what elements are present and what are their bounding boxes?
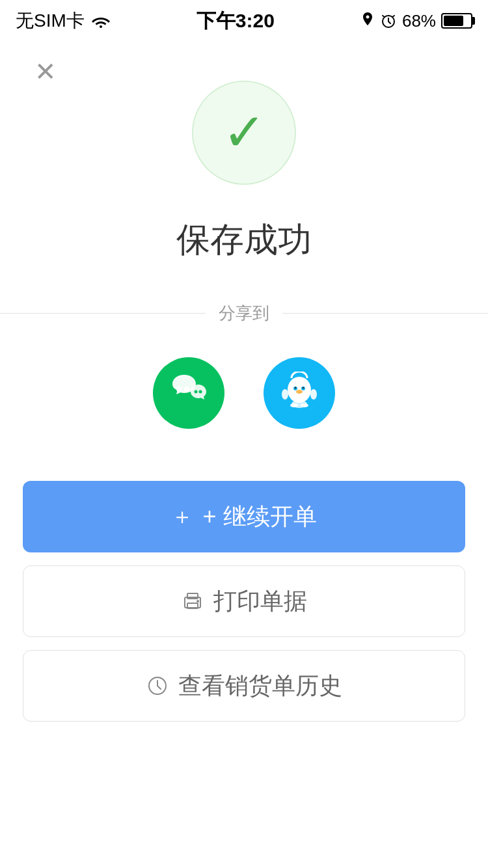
svg-point-11 [303,387,305,389]
history-button-label: 查看销货单历史 [178,670,342,702]
printer-icon [181,590,204,613]
qq-icon [280,372,319,414]
svg-point-12 [296,390,303,394]
svg-point-10 [295,387,297,389]
main-content: ✓ 保存成功 分享到 [0,42,488,722]
wifi-icon [91,14,111,28]
continue-button[interactable]: ＋ + 继续开单 [23,481,465,552]
status-bar-left: 无SIM卡 [16,8,111,33]
wechat-icon [167,375,210,411]
battery-icon [441,13,472,29]
svg-point-15 [290,403,298,407]
close-icon: ✕ [34,59,57,85]
action-buttons: ＋ + 继续开单 打印单据 查看销货单历史 [23,481,465,722]
qq-share-button[interactable] [264,357,335,429]
continue-button-label: + 继续开单 [202,501,316,533]
share-section: 分享到 [0,302,488,325]
status-bar-right: 68% [360,11,472,31]
status-bar: 无SIM卡 下午3:20 68% [0,0,488,42]
wechat-share-button[interactable] [153,357,224,429]
svg-point-14 [310,389,317,400]
plus-icon: ＋ [171,502,193,532]
status-bar-time: 下午3:20 [197,8,275,34]
success-title: 保存成功 [176,217,312,263]
history-button[interactable]: 查看销货单历史 [23,650,465,722]
share-label: 分享到 [206,302,282,325]
history-icon [146,674,169,698]
share-icons [153,357,335,429]
checkmark-icon: ✓ [223,107,266,159]
svg-point-16 [301,403,308,407]
alarm-icon [380,12,397,29]
svg-point-5 [199,390,202,394]
close-button[interactable]: ✕ [26,52,65,91]
print-button[interactable]: 打印单据 [23,565,465,637]
print-button-label: 打印单据 [213,586,307,617]
success-circle: ✓ [192,81,296,185]
battery-percentage: 68% [402,11,436,31]
svg-point-4 [195,390,198,394]
svg-point-13 [282,389,288,400]
location-icon [360,12,375,29]
carrier-text: 无SIM卡 [16,8,85,33]
svg-point-20 [197,600,199,603]
